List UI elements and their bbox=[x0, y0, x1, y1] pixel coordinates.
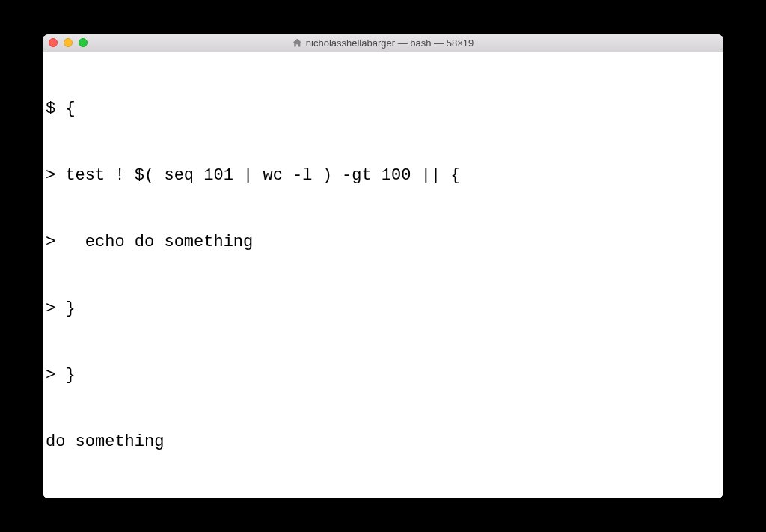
close-button[interactable] bbox=[49, 38, 58, 47]
terminal-window: nicholasshellabarger — bash — 58×19 $ { … bbox=[43, 34, 723, 498]
terminal-line: > } bbox=[46, 364, 720, 387]
terminal-line: > echo do something bbox=[46, 231, 720, 254]
terminal-line: > } bbox=[46, 298, 720, 320]
home-icon bbox=[292, 38, 302, 48]
terminal-body[interactable]: $ { > test ! $( seq 101 | wc -l ) -gt 10… bbox=[43, 52, 723, 498]
window-titlebar: nicholasshellabarger — bash — 58×19 bbox=[43, 34, 723, 52]
terminal-output-line: do something bbox=[46, 431, 720, 453]
minimize-button[interactable] bbox=[64, 38, 73, 47]
window-title-text: nicholasshellabarger — bash — 58×19 bbox=[306, 37, 474, 49]
window-title-content: nicholasshellabarger — bash — 58×19 bbox=[292, 37, 474, 49]
traffic-lights bbox=[49, 38, 88, 47]
terminal-line: $ { bbox=[46, 98, 720, 120]
terminal-line: > test ! $( seq 101 | wc -l ) -gt 100 ||… bbox=[46, 165, 720, 187]
maximize-button[interactable] bbox=[79, 38, 88, 47]
